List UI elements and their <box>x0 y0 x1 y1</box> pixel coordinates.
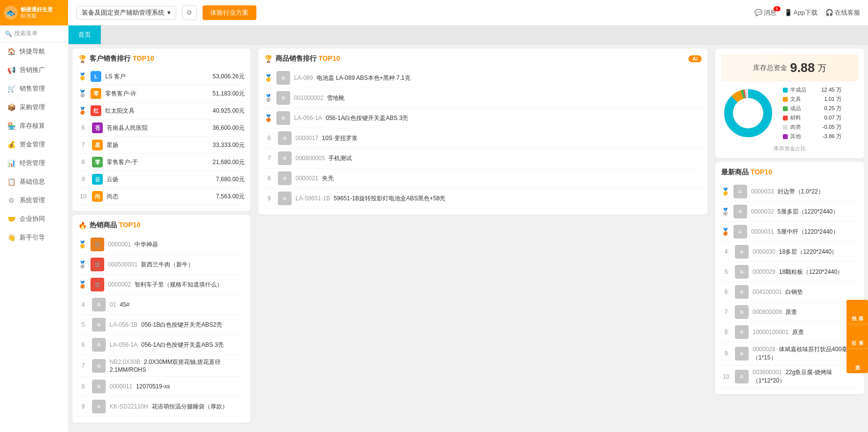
hot-product-item: 🥈 🖼 000500001 新西兰牛肉（新牛） <box>78 255 245 275</box>
app-download-button[interactable]: 📱 App下载 <box>784 8 818 17</box>
rank-number: 6 <box>264 135 274 142</box>
rank-trophy: 🥉 <box>78 281 87 288</box>
sidebar-item-purchase[interactable]: 📦 采购管理 <box>0 98 68 117</box>
sidebar-nav: 🏠 快捷导航 📢 营销推广 🛒 销售管理 📦 采购管理 🏪 库存核算 💰 资金管… <box>0 42 68 432</box>
rank-name: 云扬 <box>107 175 212 184</box>
svg-point-1 <box>729 94 768 133</box>
product-info: KK-SD22110H 花语萌恒温分腿睡袋（厚款） <box>110 403 245 411</box>
product-rank-item: 7 G 000800005 手机测试 <box>264 148 702 168</box>
home-icon: 🏠 <box>7 47 16 56</box>
legend-dot-cyan <box>783 88 788 93</box>
product-name: 056-1A白色按键开关盖ABS 3壳 <box>141 341 224 348</box>
search-menu[interactable]: 🔍 搜索菜单 <box>0 25 68 42</box>
product-thumbnail: G <box>735 265 749 279</box>
legend-dot-purple <box>783 134 788 139</box>
fire-icon: 🔥 <box>78 221 87 229</box>
sidebar-item-sales[interactable]: 🛒 销售管理 <box>0 79 68 98</box>
cs-hotline-button[interactable]: 客服热线 <box>846 300 868 324</box>
product-info: 001000002 雪地靴 <box>294 94 702 102</box>
product-name: 5厘中纤（1220*2440） <box>777 228 839 235</box>
rank-number: 10 <box>78 193 88 200</box>
new-products-list: 🥇 G 0000033 封边带（1.0*22） 🥈 G 0000032 5厘多层… <box>721 182 858 388</box>
settings-button[interactable]: ⚙ <box>182 5 197 20</box>
product-thumbnail: G <box>735 245 749 259</box>
product-code: 0000021 <box>296 175 319 182</box>
enterprise-icon: 🤝 <box>7 215 16 223</box>
product-thumbnail: G <box>735 370 749 384</box>
customer-rank-item: 10 尚 尚态 7,563.00元 <box>78 188 245 205</box>
topbar: 装备及固定资产辅助管理系统 ▾ ⚙ 体验行业方案 💬 消息 6 📱 App下载 … <box>69 0 868 25</box>
trial-button[interactable]: 体验行业方案 <box>203 5 256 20</box>
customer-rank-item: 6 苍 苍南县人民医院 36,600.00元 <box>78 120 245 137</box>
product-code: LA-59651-1B <box>296 195 330 202</box>
product-code: 004100001 <box>753 288 782 295</box>
new-products-card: 最新商品 TOP10 🥇 G 0000033 封边带（1.0*22） 🥈 G 0… <box>715 162 864 394</box>
legend-dot-green <box>783 106 788 111</box>
product-code: 0000033 <box>751 188 774 195</box>
rank-number: 6 <box>78 124 88 131</box>
product-code: 0000031 <box>751 228 774 235</box>
marketing-icon: 📢 <box>7 66 16 74</box>
product-info: 000800005 手机测试 <box>296 154 702 163</box>
sidebar-item-home[interactable]: 🏠 快捷导航 <box>0 42 68 61</box>
new-product-item: 4 G 0000030 18多层（1220*2440） <box>721 242 858 262</box>
product-info: 0000028 体斌嘉枝味苏打饮品400毫升（1*15） <box>753 345 858 362</box>
product-thumbnail: 🖼 <box>91 278 104 291</box>
online-service-button[interactable]: 🎧 在线客服 <box>825 8 860 17</box>
rank-name: 零售客户-于 <box>107 158 209 167</box>
rank-number: 7 <box>721 309 731 315</box>
product-code: LA-056-1A <box>294 115 322 121</box>
product-name: 电池盖 LA-089 ABS本色+黑种 7.1克 <box>317 74 411 81</box>
product-info: 0000031 5厘中纤（1220*2440） <box>751 228 858 236</box>
sidebar-item-finance[interactable]: 💰 资金管理 <box>0 135 68 154</box>
tab-home[interactable]: 首页 <box>69 25 101 44</box>
sidebar-item-guide[interactable]: 👋 新手引导 <box>0 228 68 247</box>
product-code: 0000032 <box>751 208 774 215</box>
new-product-item: 6 G 004100001 白钢垫 <box>721 282 858 302</box>
customer-rank-item: 9 云 云扬 7,680.00元 <box>78 171 245 188</box>
rank-trophy: 🥈 <box>264 94 273 102</box>
product-info: LA-59651-1B 59651-1B旋转投影灯电池盒ABS黑色+58壳 <box>296 194 702 203</box>
product-thumbnail: G <box>278 151 292 165</box>
product-name: 原查 <box>785 309 797 315</box>
product-code: 0000002 <box>108 281 131 288</box>
rank-badge: L <box>91 71 101 82</box>
product-info: 0000029 18颗粒板（1220*2440） <box>753 268 858 276</box>
sidebar-item-system[interactable]: ⚙ 系统管理 <box>0 191 68 210</box>
left-panel: 🏆 客户销售排行 TOP10 🥇 L LS 客户 53,006.26元 🥈 零 … <box>69 45 254 432</box>
live-broadcast-button[interactable]: 直播 <box>846 349 868 373</box>
product-name: 056-1A白色按键开关盖ABS 3壳 <box>326 115 409 121</box>
sidebar-item-enterprise[interactable]: 🤝 企业协同 <box>0 210 68 228</box>
legend-item-semifinished: 半成品 12.45 万 <box>783 86 842 94</box>
product-code: 0000028 <box>753 346 776 353</box>
product-info: NB2.0X30B 2.0X30MM双搓花轴,搓花直径2.1MM/ROHS <box>110 358 245 373</box>
product-rank-item: 🥇 G LA-089 电池盖 LA-089 ABS本色+黑种 7.1克 <box>264 68 702 88</box>
service-community-button[interactable]: 服务社区 <box>846 324 868 349</box>
message-button[interactable]: 💬 消息 6 <box>754 8 777 17</box>
product-info: LA-056-1B 056-1B白色按键开关壳ABS2壳 <box>110 321 245 329</box>
product-info: LA-089 电池盖 LA-089 ABS本色+黑种 7.1克 <box>294 74 702 82</box>
legend-item-stationery: 文具 1.01 万 <box>783 96 842 103</box>
trophy2-icon: 🏆 <box>264 55 273 63</box>
sidebar-item-operations[interactable]: 📊 经营管理 <box>0 154 68 172</box>
sidebar-item-inventory[interactable]: 🏪 库存核算 <box>0 117 68 135</box>
donut-chart <box>721 86 775 140</box>
system-select[interactable]: 装备及固定资产辅助管理系统 ▾ <box>76 6 176 20</box>
mid-panel: 🏆 商品销售排行 TOP10 Ai 🥇 G LA-089 电池盖 LA-089 … <box>254 45 711 432</box>
sidebar-item-basic[interactable]: 📋 基础信息 <box>0 172 68 191</box>
search-icon: 🔍 <box>5 30 12 37</box>
sidebar-item-marketing[interactable]: 📢 营销推广 <box>0 61 68 79</box>
product-info: 000500001 新西兰牛肉（新牛） <box>108 261 245 269</box>
new-product-item: 10 G 003800001 22g鱼豆腐-烧烤味（1*12*20） <box>721 365 858 388</box>
product-thumbnail: G <box>92 380 106 393</box>
rank-badge: 红 <box>91 105 101 116</box>
hot-products-title: 🔥 热销商品 TOP10 <box>78 221 245 230</box>
rank-number: 4 <box>78 301 88 308</box>
rank-name: LS 客户 <box>105 72 209 81</box>
product-info: 0000002 智利车子里（规格不知道填什么） <box>108 281 245 289</box>
rank-trophy: 🥇 <box>264 74 273 82</box>
product-info: LA-056-1A 056-1A白色按键开关盖ABS 3壳 <box>294 114 702 122</box>
product-info: 0000017 10S 变扭罗浆 <box>296 134 702 143</box>
customer-rank-item: 🥈 零 零售客户-许 51,183.00元 <box>78 85 245 102</box>
product-rank-item: 9 G LA-59651-1B 59651-1B旋转投影灯电池盒ABS黑色+58… <box>264 189 702 209</box>
